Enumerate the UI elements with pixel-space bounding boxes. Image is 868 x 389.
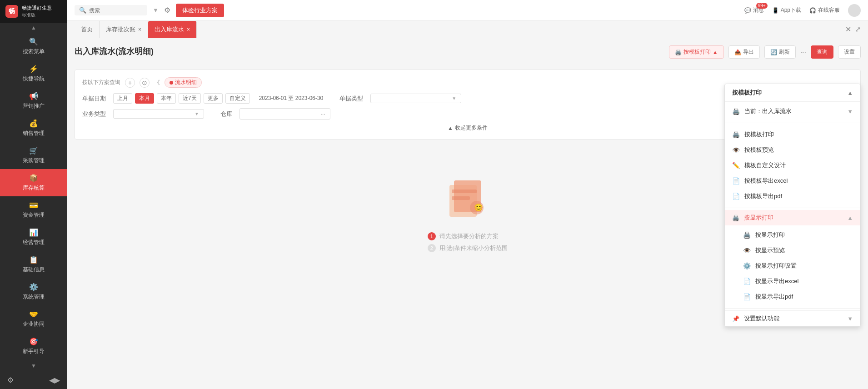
settings-icon[interactable]: ⚙ <box>7 376 14 384</box>
settings-button[interactable]: 设置 <box>838 45 861 59</box>
template-pdf-icon: 📄 <box>732 193 740 200</box>
filter-tag-flow[interactable]: 流水明细 <box>165 77 202 88</box>
sidebar-item-marketing[interactable]: 📢 营销推广 <box>0 87 67 115</box>
tab-home[interactable]: 首页 <box>75 21 100 38</box>
trial-button[interactable]: 体验行业方案 <box>176 4 224 17</box>
dropdown-display-print[interactable]: 🖨️ 按显示打印 <box>725 227 860 243</box>
tab-inventory-flow-close[interactable]: × <box>187 26 190 33</box>
sidebar-item-basic-info[interactable]: 📋 基础信息 <box>0 251 67 278</box>
app-download-action[interactable]: 📱 App下载 <box>772 6 801 14</box>
current-item-label: 当前：出入库流水 <box>744 107 792 115</box>
dropdown-set-default[interactable]: 📌 设置默认功能 ▼ <box>725 310 860 326</box>
sidebar-item-sales[interactable]: 💰 销售管理 <box>0 115 67 142</box>
message-action[interactable]: 💬 消息 99+ <box>744 6 764 14</box>
topbar-chevron-icon[interactable]: ▼ <box>153 7 159 14</box>
mobile-icon: 📱 <box>772 7 779 14</box>
dropdown-current-item[interactable]: 🖨️ 当前：出入库流水 ▼ <box>725 104 860 119</box>
date-btn-this-year[interactable]: 本年 <box>157 93 176 104</box>
tab-home-label: 首页 <box>81 25 93 34</box>
business-type-chevron: ▼ <box>195 111 199 116</box>
scroll-up-arrow[interactable]: ▲ <box>0 23 67 33</box>
refresh-button[interactable]: 🔄 刷新 <box>764 45 796 59</box>
sidebar-item-label: 资金管理 <box>23 211 45 219</box>
sidebar-item-cooperation[interactable]: 🤝 企业协同 <box>0 305 67 333</box>
sidebar-item-quick-nav[interactable]: ⚡ 快捷导航 <box>0 60 67 87</box>
date-btn-this-month[interactable]: 本月 <box>135 93 154 104</box>
tabs-bar: 首页 库存批次账 × 出入库流水 × ✕ ⤢ <box>67 21 868 38</box>
display-print-settings-icon: ⚙️ <box>743 262 751 269</box>
template-print-button[interactable]: 🖨️ 按模板打印 ▲ <box>669 45 724 59</box>
template-excel-label: 按模板导出excel <box>744 177 788 185</box>
tab-batch-account-label: 库存批次账 <box>106 25 135 34</box>
purchase-icon: 🛒 <box>29 146 38 155</box>
dropdown-display-print-header[interactable]: 🖨️ 按显示打印 ▲ <box>725 210 860 225</box>
sidebar-item-finance[interactable]: 💳 资金管理 <box>0 196 67 224</box>
dropdown-template-preview[interactable]: 👁️ 按模板预览 <box>725 142 860 158</box>
dropdown-display-pdf[interactable]: 📄 按显示导出pdf <box>725 289 860 304</box>
quick-nav-icon: ⚡ <box>29 65 38 73</box>
online-service-action[interactable]: 🎧 在线客服 <box>809 6 840 14</box>
collapse-sidebar-icon[interactable]: ◀▶ <box>49 376 60 384</box>
app-download-label: App下载 <box>781 6 801 14</box>
dropdown-display-preview[interactable]: 👁️ 按显示预览 <box>725 243 860 258</box>
user-avatar[interactable] <box>848 4 861 17</box>
filter-add-button[interactable]: + <box>125 78 135 88</box>
scroll-down-arrow[interactable]: ▼ <box>0 361 67 371</box>
tab-batch-account[interactable]: 库存批次账 × <box>100 21 148 38</box>
search-box[interactable]: 🔍 <box>75 5 147 15</box>
tab-inventory-flow[interactable]: 出入库流水 × <box>148 21 197 38</box>
dropdown-template-pdf[interactable]: 📄 按模板导出pdf <box>725 189 860 204</box>
warehouse-input[interactable]: ··· <box>239 108 330 120</box>
finance-icon: 💳 <box>29 201 38 209</box>
date-btn-last-month[interactable]: 上月 <box>113 93 132 104</box>
message-icon: 💬 <box>744 7 751 14</box>
template-excel-icon: 📄 <box>732 177 740 185</box>
empty-step-1: 1 请先选择要分析的方案 <box>428 230 508 242</box>
more-actions-icon[interactable]: ··· <box>800 48 806 56</box>
sidebar-item-label: 快捷导航 <box>23 75 45 83</box>
template-print-label: 按模板打印 <box>744 130 774 139</box>
business-type-select[interactable]: ▼ <box>113 109 204 119</box>
dropdown-display-print-settings[interactable]: ⚙️ 按显示打印设置 <box>725 258 860 274</box>
sidebar-item-inventory[interactable]: 📦 库存核算 <box>0 169 67 196</box>
sidebar-logo: 畅 畅捷通好生意 标准版 <box>0 0 67 23</box>
date-btn-custom[interactable]: 自定义 <box>225 93 250 104</box>
dropdown-display-excel[interactable]: 📄 按显示导出excel <box>725 274 860 289</box>
sidebar-item-purchase[interactable]: 🛒 采购管理 <box>0 142 67 169</box>
dropdown-divider-2 <box>725 208 860 208</box>
dropdown-template-print[interactable]: 🖨️ 按模板打印 <box>725 127 860 142</box>
date-btn-7days[interactable]: 近7天 <box>179 93 201 104</box>
svg-text:😊: 😊 <box>474 203 483 212</box>
sidebar-item-operations[interactable]: 📊 经营管理 <box>0 224 67 251</box>
topbar: 🔍 ▼ ⚙ 体验行业方案 💬 消息 99+ 📱 App下载 🎧 在线客服 <box>67 0 868 21</box>
date-btn-more[interactable]: 更多 <box>204 93 223 104</box>
step-1-num: 1 <box>428 232 436 240</box>
display-pdf-icon: 📄 <box>743 293 751 300</box>
bill-type-chevron: ▼ <box>452 96 456 101</box>
warehouse-more-icon[interactable]: ··· <box>320 110 325 117</box>
window-close-icon[interactable]: ✕ <box>845 25 851 34</box>
export-button[interactable]: 📤 导出 <box>728 45 760 59</box>
dropdown-template-design[interactable]: ✏️ 模板自定义设计 <box>725 158 860 173</box>
sidebar-item-search[interactable]: 🔍 搜索菜单 <box>0 33 67 60</box>
sidebar-item-system[interactable]: ⚙️ 系统管理 <box>0 278 67 305</box>
tab-inventory-flow-label: 出入库流水 <box>155 25 184 34</box>
empty-illustration: 😊 <box>440 176 495 221</box>
window-maximize-icon[interactable]: ⤢ <box>855 25 861 34</box>
bill-type-select[interactable]: ▼ <box>370 94 461 103</box>
tab-batch-account-close[interactable]: × <box>138 26 141 33</box>
dropdown-template-excel[interactable]: 📄 按模板导出excel <box>725 173 860 189</box>
display-print-header-icon: 🖨️ <box>732 214 739 221</box>
sidebar-item-guide[interactable]: 🎯 新手引导 <box>0 333 67 360</box>
bill-type-label: 单据类型 <box>339 95 363 103</box>
topbar-gear-icon[interactable]: ⚙ <box>164 6 170 15</box>
filter-collapse-icon[interactable]: 《 <box>154 79 160 87</box>
dropdown-collapse-icon[interactable]: ▲ <box>847 90 853 96</box>
chevron-up-icon: ▲ <box>713 49 718 55</box>
date-range-display: 2023-06-01 至 2023-06-30 <box>259 95 323 102</box>
query-button[interactable]: 查询 <box>811 45 833 59</box>
search-input[interactable] <box>89 7 135 14</box>
search-box-icon: 🔍 <box>79 7 86 14</box>
filter-settings-button[interactable]: ⊙ <box>140 78 150 88</box>
sidebar-bottom: ⚙ ◀▶ <box>0 371 67 389</box>
